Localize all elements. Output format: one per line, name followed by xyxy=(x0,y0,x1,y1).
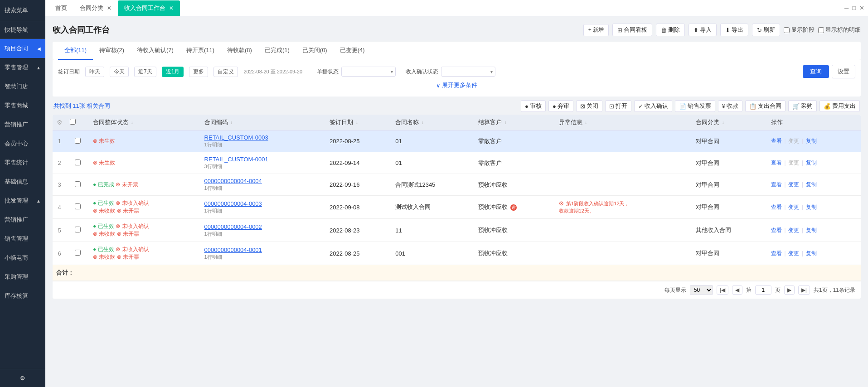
sidebar-item-sales-marketing[interactable]: 营销推广 xyxy=(0,210,45,229)
edit-link[interactable]: 变更 xyxy=(788,138,799,144)
view-link[interactable]: 查看 xyxy=(771,227,782,233)
audit-btn[interactable]: ● 审核 xyxy=(521,100,546,112)
edit-link[interactable]: 变更 xyxy=(788,204,799,210)
last-page-btn[interactable]: ▶| xyxy=(798,285,810,295)
sidebar-item-retail-stats[interactable]: 零售统计 xyxy=(0,153,45,172)
custom-btn[interactable]: 自定义 xyxy=(213,67,238,77)
edit-link[interactable]: 变更 xyxy=(788,227,799,233)
yesterday-btn[interactable]: 昨天 xyxy=(85,67,104,77)
th-contract-name[interactable]: 合同名称 ↕ xyxy=(392,115,475,131)
sidebar-item-wholesale[interactable]: 批发管理 ▲ xyxy=(0,191,45,210)
copy-link[interactable]: 复制 xyxy=(806,227,817,233)
sidebar-settings[interactable]: ⚙ xyxy=(0,369,45,387)
view-link[interactable]: 查看 xyxy=(771,138,782,144)
sidebar-item-purchase[interactable]: 采购管理 xyxy=(0,267,45,286)
copy-link[interactable]: 复制 xyxy=(806,160,817,166)
first-page-btn[interactable]: |◀ xyxy=(717,285,728,295)
delete-button[interactable]: 🗑 删除 xyxy=(656,24,685,36)
close-button[interactable]: ✕ xyxy=(859,5,864,11)
contract-link[interactable]: 0000000000004-0002 xyxy=(204,223,322,230)
row-checkbox[interactable] xyxy=(75,250,81,256)
income-confirm-btn[interactable]: ✓ 收入确认 xyxy=(634,100,672,112)
import-button[interactable]: ⬆ 导入 xyxy=(689,24,717,36)
open-btn[interactable]: ⊡ 打开 xyxy=(605,100,631,112)
new-button[interactable]: + 新增 xyxy=(583,24,609,36)
edit-link[interactable]: 变更 xyxy=(788,160,799,166)
view-link[interactable]: 查看 xyxy=(771,204,782,210)
page-input[interactable] xyxy=(755,285,771,295)
sidebar-item-xiaochangec[interactable]: 小畅电商 xyxy=(0,248,45,267)
settings-button[interactable]: 设置 xyxy=(832,65,855,78)
th-sign-date[interactable]: 签订日期 ↕ xyxy=(326,115,392,131)
income-confirm-select[interactable] xyxy=(441,67,495,77)
abandon-audit-btn[interactable]: ● 弃审 xyxy=(548,100,573,112)
contract-link[interactable]: 0000000000004-0003 xyxy=(204,200,322,207)
tab-pending-invoice[interactable]: 待开票(11) xyxy=(180,42,221,60)
show-details-checkbox[interactable]: 显示标的明细 xyxy=(818,26,861,34)
payment-btn[interactable]: ¥ 收款 xyxy=(718,100,742,112)
tab-all[interactable]: 全部(11) xyxy=(58,42,93,60)
copy-link[interactable]: 复制 xyxy=(806,204,817,210)
select-all-checkbox[interactable] xyxy=(70,119,76,125)
doc-status-select[interactable] xyxy=(341,67,396,77)
tab-closed[interactable]: 已关闭(0) xyxy=(296,42,334,60)
th-contract-status[interactable]: 合同整体状态 ↕ xyxy=(89,115,201,131)
tab-pending-review[interactable]: 待审核(2) xyxy=(93,42,131,60)
tab-home[interactable]: 首页 xyxy=(49,0,73,16)
expense-btn[interactable]: 💰 费用支出 xyxy=(820,100,860,112)
edit-link[interactable]: 变更 xyxy=(788,181,799,188)
row-checkbox[interactable] xyxy=(75,138,81,144)
tab-contract-cat[interactable]: 合同分类 ✕ xyxy=(73,0,118,16)
th-category[interactable]: 合同分类 ↕ xyxy=(692,115,767,131)
view-link[interactable]: 查看 xyxy=(771,160,782,166)
expenditure-contract-btn[interactable]: 📋 支出合同 xyxy=(745,100,786,112)
row-checkbox[interactable] xyxy=(75,160,81,165)
last7-btn[interactable]: 近7天 xyxy=(134,67,156,77)
query-button[interactable]: 查询 xyxy=(803,65,829,78)
copy-link[interactable]: 复制 xyxy=(806,138,817,144)
sales-invoice-btn[interactable]: 📄 销售发票 xyxy=(675,100,715,112)
copy-link[interactable]: 复制 xyxy=(806,181,817,188)
next-page-btn[interactable]: ▶ xyxy=(784,285,795,295)
tab-completed[interactable]: 已完成(1) xyxy=(258,42,296,60)
prev-page-btn[interactable]: ◀ xyxy=(732,285,742,295)
row-checkbox[interactable] xyxy=(75,181,81,187)
contract-link[interactable]: RETAIL_CUSTOM-0003 xyxy=(204,134,322,141)
close-btn[interactable]: ⊠ 关闭 xyxy=(576,100,602,112)
tab-active-close-icon[interactable]: ✕ xyxy=(169,5,174,11)
th-customer[interactable]: 结算客户 ↕ xyxy=(475,115,555,131)
row-checkbox[interactable] xyxy=(75,227,81,232)
tab-close-icon[interactable]: ✕ xyxy=(107,5,112,11)
minimize-button[interactable]: ─ xyxy=(844,5,849,11)
tab-pending-income-confirm[interactable]: 待收入确认(7) xyxy=(131,42,180,60)
contract-link[interactable]: 0000000000004-0001 xyxy=(204,247,322,253)
tab-changed[interactable]: 已变更(4) xyxy=(334,42,371,60)
sidebar-quick-nav[interactable]: 快捷导航 xyxy=(0,21,45,39)
sidebar-item-marketing[interactable]: 营销推广 xyxy=(0,115,45,134)
sidebar-search[interactable]: 搜索菜单 xyxy=(0,0,45,21)
sidebar-item-retail-mgmt[interactable]: 零售管理 ▲ xyxy=(0,58,45,77)
settings-gear-icon[interactable]: ⚙ xyxy=(57,119,63,126)
show-stages-checkbox[interactable]: 显示阶段 xyxy=(784,26,815,34)
sidebar-item-project[interactable]: 项目合同 ◀ xyxy=(0,39,45,58)
row-checkbox[interactable] xyxy=(75,203,81,209)
last1month-btn[interactable]: 近1月 xyxy=(162,67,184,77)
tab-income-workbench[interactable]: 收入合同工作台 ✕ xyxy=(118,0,180,16)
contract-link[interactable]: RETAIL_CUSTOM-0001 xyxy=(204,156,322,163)
purchase-btn[interactable]: 🛒 采购 xyxy=(788,100,817,112)
sidebar-item-basic-info[interactable]: 基础信息 xyxy=(0,172,45,191)
sidebar-item-member[interactable]: 会员中心 xyxy=(0,134,45,153)
sidebar-item-sales-mgmt[interactable]: 销售管理 xyxy=(0,229,45,248)
copy-link[interactable]: 复制 xyxy=(806,250,817,256)
more-btn[interactable]: 更多 xyxy=(189,67,208,77)
sidebar-item-retail-shop[interactable]: 零售商城 xyxy=(0,96,45,115)
th-contract-code[interactable]: 合同编码 ↕ xyxy=(201,115,326,131)
refresh-button[interactable]: ↻ 刷新 xyxy=(752,24,780,36)
contract-link[interactable]: 0000000000004-0004 xyxy=(204,178,322,184)
today-btn[interactable]: 今天 xyxy=(110,67,129,77)
th-abnormal[interactable]: 异常信息 ↕ xyxy=(555,115,693,131)
view-link[interactable]: 查看 xyxy=(771,181,782,188)
view-link[interactable]: 查看 xyxy=(771,250,782,256)
sidebar-item-smart-store[interactable]: 智慧门店 xyxy=(0,77,45,96)
export-button[interactable]: ⬇ 导出 xyxy=(720,24,748,36)
